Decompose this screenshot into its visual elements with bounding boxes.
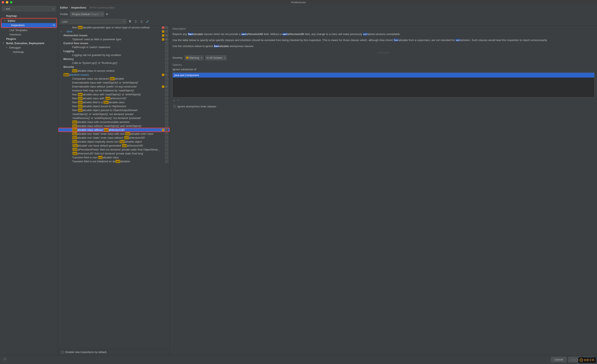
checkbox[interactable] bbox=[165, 144, 168, 147]
tree-group-java[interactable]: ▾Java bbox=[58, 29, 170, 33]
help-icon[interactable]: ? bbox=[2, 357, 7, 362]
sidebar-item-intentions[interactable]: Intentions bbox=[0, 32, 58, 37]
sidebar-item-editor[interactable]: Editor bbox=[1, 19, 56, 23]
filter-icon[interactable] bbox=[128, 19, 132, 24]
checkbox[interactable] bbox=[165, 140, 168, 143]
tree-row[interactable]: Serializable class without 'readObject()… bbox=[58, 124, 170, 128]
checkbox[interactable] bbox=[165, 65, 168, 68]
checkbox[interactable] bbox=[165, 26, 168, 29]
tree-row[interactable]: 'readObject()' or 'writeObject()' not de… bbox=[58, 112, 170, 116]
tree-row[interactable]: Logging call not guarded by log conditio… bbox=[58, 53, 170, 57]
disable-new-checkbox[interactable] bbox=[61, 351, 64, 354]
gear-icon[interactable]: ⚙ bbox=[106, 13, 108, 16]
tree-row[interactable]: Non-serializable parameter type or retur… bbox=[58, 25, 170, 29]
tree-row[interactable]: Non-serializable object bound to HttpSes… bbox=[58, 104, 170, 108]
checkbox[interactable] bbox=[165, 62, 168, 64]
checkbox[interactable] bbox=[165, 73, 168, 76]
tree-row[interactable]: 'readResolve()' or 'writeReplace()' not … bbox=[58, 116, 170, 120]
checkbox[interactable] bbox=[165, 42, 168, 45]
tree-row-selected[interactable]: Serializable class without 'serialVersio… bbox=[58, 128, 170, 132]
tree-row[interactable]: Fallthrough in 'switch' statement bbox=[58, 45, 170, 49]
collapse-all-icon[interactable] bbox=[139, 19, 144, 24]
severity-dropdown[interactable]: Warning▾ bbox=[185, 55, 204, 60]
tree-row[interactable]: Serializable class with unconstructable … bbox=[58, 120, 170, 124]
tree-row[interactable]: Transient field is not initialized on de… bbox=[58, 159, 170, 163]
tree-row[interactable]: Comparator class not declared Serializab… bbox=[58, 77, 170, 81]
clear-icon[interactable]: ✕ bbox=[123, 20, 125, 23]
tree-row[interactable]: Non-serializable object passed to Object… bbox=[58, 108, 170, 112]
checkbox[interactable] bbox=[165, 109, 168, 112]
checkbox[interactable] bbox=[165, 136, 168, 139]
tree-row[interactable]: Calls to 'System.gc()' or 'Runtime.gc()' bbox=[58, 61, 170, 65]
checkbox[interactable] bbox=[165, 152, 168, 155]
checkbox[interactable] bbox=[165, 105, 168, 108]
checkbox[interactable] bbox=[165, 117, 168, 120]
tree-group[interactable]: ▾Security bbox=[58, 65, 170, 69]
checkbox[interactable] bbox=[165, 85, 168, 88]
list-item[interactable]: java.awt.Component bbox=[173, 73, 594, 78]
sidebar-item-inspections[interactable]: Inspections ⧉ bbox=[1, 23, 56, 27]
checkbox[interactable] bbox=[165, 34, 168, 37]
tree-row[interactable]: Externalizable class with 'readObject()'… bbox=[58, 81, 170, 85]
checkbox[interactable] bbox=[165, 125, 168, 127]
tree-row[interactable]: Non-serializable field in a Serializable… bbox=[58, 100, 170, 104]
cancel-button[interactable]: Cancel bbox=[551, 357, 566, 362]
tree-group[interactable]: ▾Memory bbox=[58, 57, 170, 61]
tree-row[interactable]: Instance field may not be initialized by… bbox=[58, 88, 170, 92]
checkbox[interactable] bbox=[165, 81, 168, 84]
checkbox[interactable] bbox=[165, 46, 168, 49]
checkbox[interactable] bbox=[165, 93, 168, 96]
inspections-tree[interactable]: Non-serializable parameter type or retur… bbox=[58, 25, 170, 349]
sidebar-item-keymap[interactable]: Keymap bbox=[0, 14, 58, 18]
tree-group[interactable]: ▾Logging bbox=[58, 49, 170, 53]
sidebar-item-hotswap[interactable]: HotSwap bbox=[0, 50, 58, 54]
ignore-subclasses-list[interactable]: java.awt.Component bbox=[173, 72, 595, 97]
sidebar-search[interactable]: ⌕ ✕ bbox=[2, 6, 56, 11]
tree-row[interactable]: Serializable class in secure context bbox=[58, 69, 170, 73]
tree-row[interactable]: Serializable object implicitly stores no… bbox=[58, 140, 170, 144]
checkbox[interactable] bbox=[165, 101, 168, 104]
tree-row[interactable]: Non-serializable class with 'serialVersi… bbox=[58, 96, 170, 100]
checkbox[interactable] bbox=[165, 50, 168, 53]
checkbox[interactable] bbox=[165, 38, 168, 41]
checkbox[interactable] bbox=[165, 77, 168, 80]
tree-row[interactable]: 'serialVersionUID' field not declared 'p… bbox=[58, 151, 170, 156]
checkbox[interactable] bbox=[165, 30, 168, 33]
resize-grip-icon[interactable] bbox=[377, 52, 390, 53]
sidebar-search-input[interactable] bbox=[6, 7, 52, 10]
add-icon[interactable]: ＋ bbox=[173, 99, 175, 103]
tree-row[interactable]: Transient field in non-serializable clas… bbox=[58, 156, 170, 159]
tree-row[interactable]: 'serialPersistentFields' field not decla… bbox=[58, 148, 170, 151]
tree-row[interactable]: 'Serializable' can have default generate… bbox=[58, 144, 170, 148]
scope-dropdown[interactable]: In All Scopes▾ bbox=[205, 55, 227, 60]
checkbox[interactable] bbox=[165, 113, 168, 116]
checkbox[interactable] bbox=[165, 160, 168, 163]
reset-icon[interactable] bbox=[145, 19, 150, 24]
expand-all-icon[interactable] bbox=[134, 19, 138, 24]
sidebar-item-bed[interactable]: Build, Execution, Deployment bbox=[0, 41, 58, 45]
breadcrumb-root[interactable]: Editor bbox=[60, 6, 68, 9]
checkbox[interactable] bbox=[165, 89, 168, 92]
tree-row[interactable]: Non-serializable class with 'readObject(… bbox=[58, 92, 170, 96]
ignore-anon-checkbox[interactable] bbox=[173, 105, 176, 108]
remove-icon[interactable]: − bbox=[177, 99, 179, 103]
inspections-search-input[interactable] bbox=[63, 20, 123, 23]
tree-row[interactable]: Externalizable class without 'public' no… bbox=[58, 85, 170, 88]
tree-row[interactable]: Serializable non-'static' inner class wi… bbox=[58, 136, 170, 140]
checkbox[interactable] bbox=[165, 54, 168, 57]
checkbox[interactable] bbox=[165, 133, 168, 135]
checkbox[interactable] bbox=[165, 58, 168, 61]
tree-group[interactable]: ▾Abstraction issues bbox=[58, 33, 170, 37]
tree-row[interactable]: 'Optional' used as field or parameter ty… bbox=[58, 37, 170, 41]
sidebar-item-plugins[interactable]: Plugins bbox=[0, 37, 58, 41]
checkbox[interactable] bbox=[165, 70, 168, 72]
tree-group-serialization[interactable]: ▾Serialization issues bbox=[58, 73, 170, 77]
checkbox[interactable] bbox=[165, 156, 168, 159]
checkbox[interactable] bbox=[165, 148, 168, 151]
checkbox[interactable] bbox=[165, 121, 168, 124]
inspections-search[interactable]: ⌕ ✕ bbox=[60, 19, 126, 24]
checkbox[interactable] bbox=[165, 97, 168, 100]
profile-dropdown[interactable]: Project Default Project ▾ bbox=[70, 12, 104, 16]
sidebar-item-debugger[interactable]: Debugger bbox=[0, 45, 58, 50]
checkbox[interactable] bbox=[165, 128, 168, 131]
